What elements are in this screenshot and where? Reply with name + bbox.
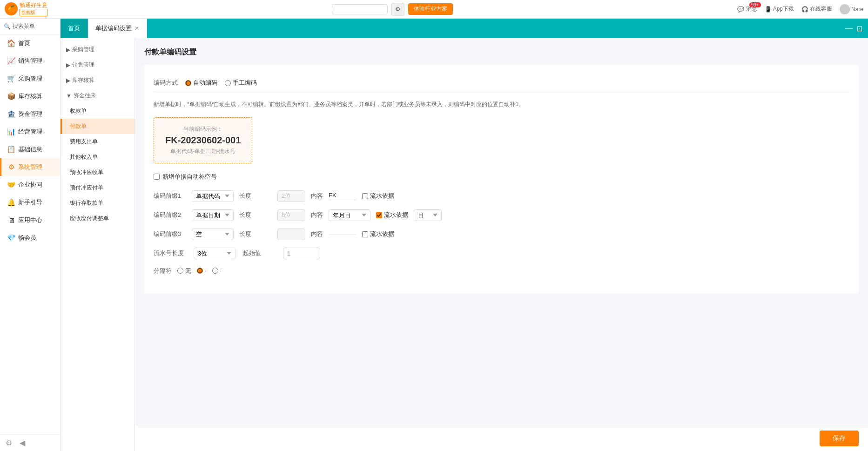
lsyj2-checkbox[interactable] <box>376 212 382 218</box>
length1-label: 长度 <box>239 192 272 200</box>
apps-icon: 🖥 <box>7 216 15 224</box>
tab-encoding[interactable]: 单据编码设置 ✕ <box>88 19 147 38</box>
sidebar-item-inventory[interactable]: 📦 库存核算 <box>0 88 60 105</box>
prefix1-select[interactable]: 单据代码 单据日期 部门 业务员 空 <box>192 190 234 202</box>
sub-item-yingshou[interactable]: 应收应付调整单 <box>61 211 135 226</box>
sidebar-bottom: ⚙ ◀ <box>0 434 60 451</box>
content3-label: 内容 <box>311 230 323 238</box>
sub-item-fukuan[interactable]: 付款单 <box>61 119 135 134</box>
sub-group-purchase: ▶ 采购管理 <box>61 42 135 57</box>
app-download-button[interactable]: 📱 App下载 <box>765 5 794 13</box>
lsyj1-label: 流水依据 <box>370 192 394 200</box>
layout: 🔍 搜索菜单 🏠 首页 📈 销售管理 🛒 采购管理 📦 库存核算 🏦 资金管理 … <box>0 0 868 451</box>
sub-item-qita[interactable]: 其他收入单 <box>61 149 135 165</box>
lsyj3-checkbox[interactable] <box>362 231 368 237</box>
sidebar-item-home[interactable]: 🏠 首页 <box>0 34 60 52</box>
preview-code: FK-20230602-001 <box>165 135 241 146</box>
sub-item-feiyong[interactable]: 费用支出单 <box>61 134 135 149</box>
sub-item-shoukuan[interactable]: 收款单 <box>61 103 135 119</box>
auto-code-option[interactable]: 自动编码 <box>185 79 217 87</box>
top-bar-right: 💬 消息 99+ 📱 App下载 🎧 在线客服 Nare <box>737 4 863 14</box>
sub-group-inventory: ▶ 库存核算 <box>61 73 135 88</box>
trial-button[interactable]: 体验行业方案 <box>408 3 453 15</box>
serial-length-select-wrapper: 3位 4位 5位 6位 <box>194 248 236 259</box>
length1-input <box>277 190 305 202</box>
sub-group-purchase-header[interactable]: ▶ 采购管理 <box>61 42 135 57</box>
sidebar-search[interactable]: 🔍 搜索菜单 <box>0 19 60 34</box>
sidebar-label-guide: 新手引导 <box>18 198 42 207</box>
brand-logo: 🍊 <box>5 2 18 15</box>
prefix1-label: 编码前缀1 <box>154 192 186 200</box>
prefix1-select-wrapper: 单据代码 单据日期 部门 业务员 空 <box>192 190 234 202</box>
sidebar-item-purchase[interactable]: 🛒 采购管理 <box>0 70 60 88</box>
main-panel-wrapper: 付款单编码设置 编码方式 自动编码 <box>135 38 868 451</box>
auto-code-radio[interactable] <box>185 80 191 86</box>
manual-code-option[interactable]: 手工编码 <box>225 79 257 87</box>
content1-value: FK <box>329 192 357 200</box>
content2-select[interactable]: 年月日 年月 年 <box>329 209 370 221</box>
sep-dot2-label: · <box>220 267 222 274</box>
company-select[interactable] <box>332 4 388 14</box>
message-icon: 💬 <box>737 6 744 13</box>
sidebar-item-finance[interactable]: 🏦 资金管理 <box>0 105 60 123</box>
settings-bottom-icon[interactable]: ⚙ <box>6 438 12 447</box>
sub-item-yufu[interactable]: 预付冲应付单 <box>61 180 135 195</box>
sep-dot-radio[interactable] <box>197 268 203 274</box>
gear-button[interactable]: ⚙ <box>391 3 404 16</box>
sidebar-item-system[interactable]: ⚙ 系统管理 <box>0 158 60 176</box>
online-service-button[interactable]: 🎧 在线客服 <box>801 5 832 13</box>
collapse-icon[interactable]: ◀ <box>20 438 25 447</box>
sidebar-item-member[interactable]: 💎 畅会员 <box>0 229 60 247</box>
sidebar-label-inventory: 库存核算 <box>18 92 42 101</box>
sales-icon: 📈 <box>7 57 15 65</box>
serial-length-select[interactable]: 3位 4位 5位 6位 <box>194 248 236 259</box>
sidebar-item-sales[interactable]: 📈 销售管理 <box>0 52 60 70</box>
sep-dot-option[interactable]: · <box>197 267 207 274</box>
lsyj1-checkbox[interactable] <box>362 193 368 199</box>
sub-group-sales-header[interactable]: ▶ 销售管理 <box>61 57 135 73</box>
sidebar-item-apps[interactable]: 🖥 应用中心 <box>0 211 60 229</box>
chevron-right-icon: ▶ <box>66 47 70 53</box>
manual-code-radio[interactable] <box>225 80 231 86</box>
save-button[interactable]: 保存 <box>820 431 859 446</box>
avatar <box>840 4 850 14</box>
sidebar-item-basic[interactable]: 📋 基础信息 <box>0 141 60 158</box>
encoding-method-row: 编码方式 自动编码 手工编码 <box>154 74 849 92</box>
encoding-method-label: 编码方式 <box>154 79 178 87</box>
system-icon: ⚙ <box>7 163 15 171</box>
sub-item-yinhang[interactable]: 银行存取款单 <box>61 195 135 211</box>
sub-group-funds-header[interactable]: ▼ 资金往来 <box>61 88 135 103</box>
message-button[interactable]: 💬 消息 99+ <box>737 5 757 13</box>
auto-fill-checkbox[interactable] <box>154 174 160 180</box>
sidebar-label-sales: 销售管理 <box>18 57 42 65</box>
sub-group-funds: ▼ 资金往来 收款单 付款单 费用支出单 其他收入单 预收冲应收单 预付冲应付单… <box>61 88 135 226</box>
page-title: 付款单编码设置 <box>144 47 859 57</box>
maximize-icon[interactable]: ⊡ <box>856 24 862 33</box>
sidebar-item-enterprise[interactable]: 🤝 企业协同 <box>0 176 60 194</box>
auto-fill-label: 新增单据自动补空号 <box>162 173 217 181</box>
minimize-icon[interactable]: — <box>845 24 853 33</box>
period-select[interactable]: 日 月 年 <box>414 209 442 221</box>
nav-tab-actions: — ⊡ <box>845 19 868 38</box>
sep-none-option[interactable]: 无 <box>177 267 191 275</box>
start-value-input[interactable] <box>283 248 320 259</box>
user-menu[interactable]: Nare <box>840 4 863 14</box>
main-panel: 付款单编码设置 编码方式 自动编码 <box>135 38 868 425</box>
prefix3-select[interactable]: 单据代码 单据日期 部门 业务员 空 <box>192 229 234 240</box>
close-tab-icon[interactable]: ✕ <box>135 25 139 32</box>
basic-icon: 📋 <box>7 145 15 154</box>
sub-item-yushou[interactable]: 预收冲应收单 <box>61 165 135 180</box>
sep-none-radio[interactable] <box>177 268 183 274</box>
auto-code-label: 自动编码 <box>193 79 217 87</box>
sidebar-item-operation[interactable]: 📊 经营管理 <box>0 123 60 141</box>
sep-dot2-option[interactable]: · <box>212 267 222 274</box>
sub-group-inventory-header[interactable]: ▶ 库存核算 <box>61 73 135 88</box>
sidebar-item-guide[interactable]: 🔔 新手引导 <box>0 194 60 211</box>
prefix2-select[interactable]: 单据代码 单据日期 部门 业务员 空 <box>192 209 234 221</box>
operation-icon: 📊 <box>7 128 15 136</box>
sep-none-label: 无 <box>185 267 191 275</box>
sep-dot2-radio[interactable] <box>212 268 218 274</box>
tab-home[interactable]: 首页 <box>61 19 88 38</box>
sidebar-label-home: 首页 <box>18 39 30 47</box>
purchase-icon: 🛒 <box>7 74 15 83</box>
